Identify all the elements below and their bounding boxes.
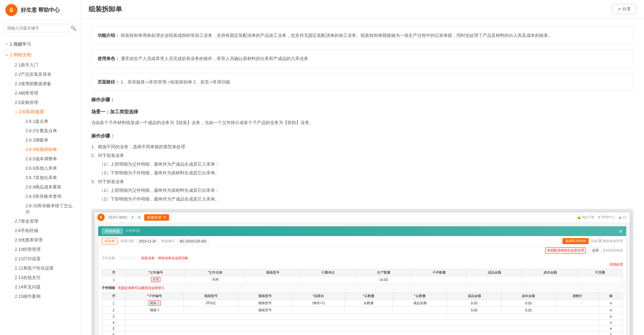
col-生产数量: 生产数量 [356, 269, 411, 276]
search-button[interactable]: 🔍 [70, 25, 76, 31]
app-window: 6 TEST-H002 ▼ ⚙ 新建单据 ▼ 🔔 App下载 ⚙ 帮助中心 ◉ … [94, 212, 630, 335]
sidebar-item-2.3[interactable]: 2.3使用前数据准备 [11, 79, 80, 89]
collapse-icon-2.6: − [15, 109, 17, 115]
new-doc-btn[interactable]: 新建单据 ▼ [144, 214, 169, 221]
screenshot-container: 6 TEST-H002 ▼ ⚙ 新建单据 ▼ 🔔 App下载 ⚙ 帮助中心 ◉ … [91, 209, 633, 335]
role-box: 使用角色： 通常由生产人员或库管人员完成折装业务的操作，库管人员确认原材料的出库… [91, 50, 633, 67]
sidebar-item-2.6.8[interactable]: 2.6.8商品成本重算 [21, 182, 80, 192]
nav-item-label: 1.视频学习 [10, 41, 31, 47]
toolbar-date-value[interactable]: 2019-12-26 [137, 238, 158, 244]
col-规格型号: 规格型号 [245, 269, 300, 276]
step1: 1、根据不同的业务，选择不同单据的类型来处理 [91, 143, 633, 151]
sidebar-item-2.10[interactable]: 2.10经营管理 [11, 245, 80, 254]
test-id: TEST-H002 [108, 215, 127, 219]
nav-label-2.6: 2.6库存核算 [19, 109, 44, 115]
sub-form-label: 子件总数： [102, 256, 118, 261]
sidebar-item-2.6.9[interactable]: 2.6.9库存账本查询 [21, 192, 80, 201]
sub-col-册数: 册数IV [555, 293, 599, 300]
table-row: 1 关闭 关闭 10.00 [102, 276, 623, 283]
parent-table: 序 *父件编号 *父件名称 规格型号 计量单位 生产数量 子件数量 成品金额 [102, 269, 623, 283]
col-序号: 序 [102, 269, 126, 276]
sidebar-item-2.6.2[interactable]: 2.6.2分量盘点单 [21, 126, 80, 135]
tab-local[interactable]: 本地单据 [102, 228, 123, 234]
sidebar-item-2.6.3[interactable]: 2.6.3调拨单 [21, 135, 80, 145]
sub-cell-编号2[interactable]: 规格 2 [125, 307, 184, 314]
sidebar-item-2.5[interactable]: 2.5采购管理 [11, 98, 80, 107]
expand-icon: + [5, 42, 8, 47]
sidebar-item-2.15[interactable]: 2.15操作案例 [11, 292, 80, 301]
sidebar-item-2.11[interactable]: 2.11打印设置 [11, 254, 80, 264]
annotation-enable: 启用处理 [609, 263, 623, 266]
brand-name: 好生意 帮助中心 [21, 7, 60, 14]
sidebar-item-2.8[interactable]: 2.8手机旺铺 [11, 226, 80, 235]
sidebar-header: 6 好生意 帮助中心 [0, 0, 80, 20]
nav-item-help-docs[interactable]: − 2.帮助文档 [0, 50, 80, 60]
cell-可用量 [578, 276, 623, 283]
sidebar-item-2.6.10[interactable]: 2.6.10库存账本错了怎么办 [21, 201, 80, 217]
sidebar-item-2.12[interactable]: 2.12系统个性化设置 [11, 264, 80, 273]
col-计量单位: 计量单位 [301, 269, 356, 276]
share-label: 分享 [622, 6, 631, 12]
col-成本金额: 成本金额 [522, 269, 578, 276]
content-area: 功能介绍： 组装拆卸单用来处理企业组装或拆卸等加工业务，支持有固定装配清单的产品… [80, 18, 644, 335]
cell-成品金额 [467, 276, 522, 283]
share-button[interactable]: ↗ 分享 [612, 4, 636, 14]
sidebar-item-2.1[interactable]: 2.1新手入门 [11, 60, 80, 70]
sub-cell-编号1[interactable]: 规格 1 [125, 300, 184, 307]
toolbar-doc-type[interactable]: 组装单 [102, 238, 118, 244]
sidebar-item-2.13[interactable]: 2.13在线支付 [11, 273, 80, 282]
annotation-manual-entry: 无固定清单可以随意在这里录入 [118, 286, 165, 290]
table-row: 4 ✕ [102, 320, 623, 326]
tab-cloud[interactable]: 云端单据 [125, 228, 140, 234]
table-row: 6 ✕ [102, 332, 623, 335]
sidebar-item-2.6.5[interactable]: 2.6.5成本调整单 [21, 154, 80, 164]
collapse-icon: − [5, 52, 8, 58]
bom-select-btn[interactable]: 选择BOM清单 [562, 238, 589, 244]
sub-col-编号: *子件编号 [125, 293, 184, 300]
nav-sub-2.6: 2.6.1盘点单 2.6.2分量盘点单 2.6.3调拨单 2.6.4组装拆卸单 … [11, 117, 80, 217]
lower-table-area: 序 *子件编号 规格型号 规格型号 *品牌名 *从数量 *从数量 成品金额 [98, 291, 626, 335]
table-row: 3 ✕ [102, 314, 623, 320]
sidebar-item-2.14[interactable]: 2.14常见问题 [11, 282, 80, 292]
toolbar-no-label: 单据编号 [161, 239, 174, 243]
sidebar-item-2.6.4[interactable]: 2.6.4组装拆卸单 [21, 145, 80, 154]
cell-子件数量 [411, 276, 467, 283]
use-btn[interactable]: 启用 [589, 247, 602, 253]
sub-col-op: 操 [599, 293, 623, 300]
scene1-desc: 当由多个子件材料组装成一个成品的业务为【组装】业务，当由一个父件拆分成多个子产品… [91, 118, 633, 127]
nav-item-2.6[interactable]: − 2.6库存核算 [11, 107, 80, 117]
nav-sub-help-docs: 2.1新手入门 2.2产品安装及登录 2.3使用前数据准备 2.4销售管理 2.… [0, 60, 80, 301]
sidebar-item-2.7[interactable]: 2.7资金管理 [11, 217, 80, 226]
step2-1: （1）上部明细为父件明细，最终作为产成品生成其它入库单； [91, 160, 633, 169]
cell-父件名称: 关闭 [185, 276, 245, 283]
col-成品金额: 成品金额 [467, 269, 522, 276]
table-row: 2 规格 2 规格型号 9.00 9.0 [102, 307, 623, 314]
sub-form-row: 子件总数： 组装业务、拆卸业务在这里切换 [98, 255, 626, 261]
annotation-switch: 组装业务、拆卸业务在这里切换 [141, 256, 188, 261]
sidebar-item-2.6.6[interactable]: 2.6.6其他入库单 [21, 164, 80, 173]
nav-item-video[interactable]: + 1.视频学习 [0, 39, 80, 50]
cell-父件编号[interactable]: 关闭 [126, 276, 185, 283]
search-input[interactable] [4, 24, 68, 33]
cell-单位 [301, 276, 356, 283]
table-row: 5 ✕ [102, 326, 623, 332]
sidebar-item-2.6.7[interactable]: 2.6.7其他出库单 [21, 173, 80, 182]
sub-total-input[interactable] [121, 257, 135, 259]
modal-close-icon[interactable]: ✕ [619, 229, 623, 234]
sidebar-item-2.2[interactable]: 2.2产品安装及登录 [11, 70, 80, 79]
sidebar-item-2.4[interactable]: 2.4销售管理 [11, 89, 80, 98]
toolbar-extra: 仓储 ☰ 接收单据管理 [591, 239, 623, 243]
annotation-row1: 有装配清单的在这里处理 启用 其他录制单据 [98, 246, 626, 255]
sub-col-成品金额: 成品金额 [447, 293, 501, 300]
col-父件名称: *父件名称 [185, 269, 245, 276]
scene1-title: 场景一：加工类型选择 [91, 109, 633, 115]
upper-table-area: 序 *父件编号 *父件名称 规格型号 计量单位 生产数量 子件数量 成品金额 [98, 268, 626, 285]
inner-modal: 本地单据 云端单据 ✕ 组装单 单据日期 2019-12-26 单据编号 [98, 226, 627, 335]
sub-col-从数量1: *从数量 [344, 293, 392, 300]
role-label: 使用角色： [98, 56, 119, 61]
sidebar-item-2.9[interactable]: 2.9优惠券管理 [11, 235, 80, 245]
col-可用量: 可用量 [578, 269, 623, 276]
sidebar-item-2.6.1[interactable]: 2.6.1盘点单 [21, 117, 80, 126]
toolbar-right-btns: 启用 其他录制单据 [589, 248, 623, 253]
step3: 3、对于拆装业务 [91, 177, 633, 186]
